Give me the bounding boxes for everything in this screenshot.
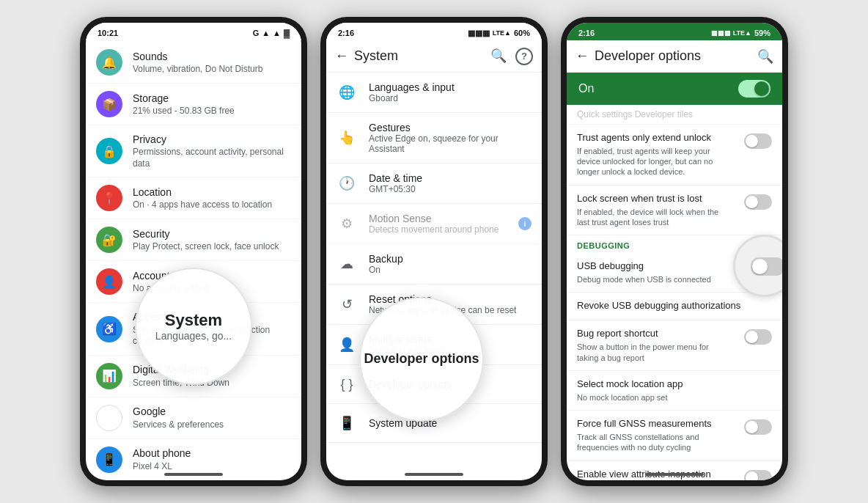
privacy-icon: 🔒 bbox=[96, 138, 122, 164]
phone3-title: Developer options bbox=[595, 48, 757, 64]
mock-location-title: Select mock location app bbox=[577, 378, 772, 391]
languages-text: Languages & input Gboard bbox=[369, 81, 532, 103]
phone3-status-bar: 2:16 ▦▦▦ LTE▲ 59% bbox=[567, 23, 782, 40]
phone3-back-button[interactable]: ← bbox=[575, 48, 589, 64]
trust-agents-item[interactable]: Trust agents only extend unlock If enabl… bbox=[567, 125, 782, 186]
trust-agents-row: Trust agents only extend unlock If enabl… bbox=[577, 132, 772, 177]
sounds-text: Sounds Volume, vibration, Do Not Disturb bbox=[133, 50, 291, 76]
location-title: Location bbox=[133, 186, 291, 199]
back-button[interactable]: ← bbox=[335, 48, 348, 64]
location-item[interactable]: 📍 Location On · 4 apps have access to lo… bbox=[86, 177, 301, 219]
accounts-icon: 👤 bbox=[96, 268, 122, 295]
backup-icon: ☁ bbox=[336, 254, 357, 274]
on-toggle[interactable] bbox=[738, 80, 770, 98]
revoke-usb-item[interactable]: Revoke USB debugging authorizations bbox=[567, 293, 782, 320]
lockscreen-trust-row: Lock screen when trust is lost If enable… bbox=[577, 193, 772, 227]
location-icon: 📍 bbox=[96, 185, 122, 211]
phone3-battery-icon: 59% bbox=[754, 29, 770, 37]
about-phone-text: About phone Pixel 4 XL bbox=[133, 447, 291, 472]
phone1-status-bar: 10:21 G ▲ ▲ ▓ bbox=[86, 23, 301, 40]
gnss-item[interactable]: Force full GNSS measurements Track all G… bbox=[567, 411, 782, 460]
bug-report-sub: Show a button in the power menu for taki… bbox=[577, 342, 724, 363]
google-title: Google bbox=[133, 405, 291, 418]
help-button[interactable]: ? bbox=[515, 48, 533, 65]
lockscreen-trust-item[interactable]: Lock screen when trust is lost If enable… bbox=[567, 186, 782, 235]
wifi-icon: ▲ bbox=[273, 29, 281, 37]
usb-debugging-item[interactable]: USB debugging Debug mode when USB is con… bbox=[567, 253, 782, 293]
view-attribute-toggle-thumb bbox=[746, 471, 758, 481]
languages-item[interactable]: 🌐 Languages & input Gboard bbox=[326, 73, 542, 113]
phone1-circle-subtitle: Languages, go... bbox=[155, 330, 232, 342]
datetime-item[interactable]: 🕐 Date & time GMT+05:30 bbox=[326, 164, 542, 204]
sysupdate-title: System update bbox=[369, 417, 532, 429]
quick-settings-item[interactable]: Quick settings Developer tiles bbox=[567, 105, 782, 125]
view-attribute-toggle[interactable] bbox=[744, 470, 772, 481]
google-item[interactable]: G Google Services & preferences bbox=[86, 397, 301, 439]
phone3-search-button[interactable]: 🔍 bbox=[757, 48, 773, 65]
phone1: 10:21 G ▲ ▲ ▓ 🔔 Sounds Volume, vibration… bbox=[80, 17, 307, 486]
phone3-app-actions: 🔍 bbox=[757, 48, 773, 65]
sounds-item[interactable]: 🔔 Sounds Volume, vibration, Do Not Distu… bbox=[86, 42, 301, 84]
security-icon: 🔐 bbox=[96, 227, 122, 253]
privacy-title: Privacy bbox=[133, 133, 291, 146]
gestures-icon: 👆 bbox=[336, 128, 357, 148]
lockscreen-trust-toggle[interactable] bbox=[744, 194, 772, 210]
on-label: On bbox=[578, 82, 594, 95]
gnss-text: Force full GNSS measurements Track all G… bbox=[577, 418, 724, 452]
trust-agents-toggle-thumb bbox=[746, 135, 758, 147]
on-toggle-row[interactable]: On bbox=[567, 73, 782, 105]
bug-report-toggle[interactable] bbox=[744, 329, 772, 345]
signal-icon: ▲ bbox=[262, 29, 270, 37]
bug-report-item[interactable]: Bug report shortcut Show a button in the… bbox=[567, 320, 782, 370]
storage-item[interactable]: 📦 Storage 21% used - 50.83 GB free bbox=[86, 84, 301, 125]
phone2-time: 2:16 bbox=[338, 29, 354, 37]
backup-text: Backup On bbox=[369, 253, 532, 275]
bug-report-row: Bug report shortcut Show a button in the… bbox=[577, 328, 772, 362]
mock-location-item[interactable]: Select mock location app No mock locatio… bbox=[567, 371, 782, 411]
usb-toggle-large[interactable] bbox=[751, 257, 783, 276]
backup-item[interactable]: ☁ Backup On bbox=[326, 244, 542, 284]
storage-icon: 📦 bbox=[96, 91, 122, 117]
bug-report-title: Bug report shortcut bbox=[577, 328, 724, 340]
backup-sub: On bbox=[369, 265, 532, 275]
datetime-text: Date & time GMT+05:30 bbox=[369, 172, 532, 194]
trust-agents-toggle[interactable] bbox=[744, 133, 772, 149]
motionsense-title: Motion Sense bbox=[369, 213, 518, 224]
phone3-signal-icon: ▦▦▦ LTE▲ bbox=[711, 29, 751, 37]
phone2-circle-title: Developer options bbox=[364, 351, 479, 367]
languages-icon: 🌐 bbox=[336, 82, 357, 103]
phone2-chin bbox=[405, 473, 463, 476]
privacy-item[interactable]: 🔒 Privacy Permissions, account activity,… bbox=[86, 125, 301, 177]
view-attribute-item[interactable]: Enable view attribute inspection bbox=[567, 461, 782, 481]
motionsense-item[interactable]: ⚙ Motion Sense Detects movement around p… bbox=[326, 204, 542, 244]
gestures-item[interactable]: 👆 Gestures Active Edge on, squeeze for y… bbox=[326, 113, 542, 164]
privacy-text: Privacy Permissions, account activity, p… bbox=[133, 133, 291, 169]
phone1-circle-overlay: System Languages, go... bbox=[135, 268, 252, 385]
bug-report-toggle-thumb bbox=[746, 331, 758, 343]
backup-title: Backup bbox=[369, 253, 532, 265]
accessibility-icon: ♿ bbox=[96, 316, 122, 342]
google-subtitle: Services & preferences bbox=[133, 419, 291, 431]
google-icon-item: G bbox=[96, 405, 122, 431]
reset-icon: ↺ bbox=[336, 294, 357, 315]
gestures-title: Gestures bbox=[369, 122, 532, 133]
usb-debugging-title: USB debugging bbox=[577, 260, 711, 273]
usb-debugging-sub: Debug mode when USB is connected bbox=[577, 274, 711, 284]
gnss-toggle[interactable] bbox=[744, 419, 772, 435]
lockscreen-trust-title: Lock screen when trust is lost bbox=[577, 193, 724, 205]
multiuser-icon: 👤 bbox=[336, 334, 357, 355]
phone2-app-bar: ← System 🔍 ? bbox=[326, 40, 542, 73]
storage-subtitle: 21% used - 50.83 GB free bbox=[133, 106, 291, 117]
datetime-icon: 🕐 bbox=[336, 173, 357, 194]
storage-title: Storage bbox=[133, 92, 291, 105]
motionsense-text: Motion Sense Detects movement around pho… bbox=[369, 213, 518, 235]
datetime-sub: GMT+05:30 bbox=[369, 184, 532, 194]
datetime-title: Date & time bbox=[369, 172, 532, 184]
trust-agents-sub: If enabled, trust agents will keep your … bbox=[577, 146, 724, 177]
trust-agents-title: Trust agents only extend unlock bbox=[577, 132, 724, 144]
security-item[interactable]: 🔐 Security Play Protect, screen lock, fa… bbox=[86, 219, 301, 261]
phone3-time: 2:16 bbox=[578, 29, 595, 37]
phone3-chin bbox=[645, 473, 704, 476]
gnss-toggle-thumb bbox=[746, 421, 758, 433]
search-button[interactable]: 🔍 bbox=[490, 48, 507, 65]
